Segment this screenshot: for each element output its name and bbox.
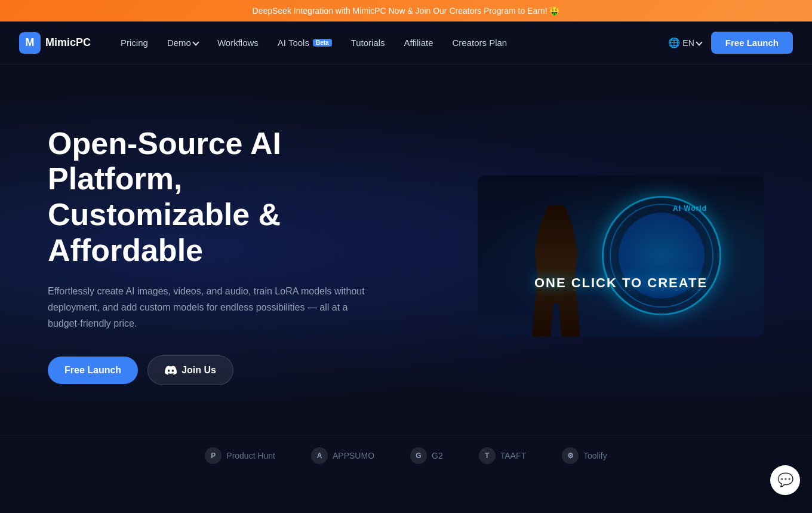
appsumo-label: APPSUMO [333, 451, 374, 460]
navbar: M MimicPC Pricing Demo Workflows AI Tool… [0, 21, 812, 64]
logo-g2: G G2 [410, 447, 443, 464]
portal-text: ONE CLICK TO CREATE [534, 275, 708, 291]
logo-taaft: T TAAFT [479, 447, 526, 464]
beta-badge: Beta [313, 39, 332, 47]
hero-image-container: AI World ONE CLICK TO CREATE [478, 175, 764, 336]
product-hunt-icon: P [205, 447, 222, 464]
nav-links: Pricing Demo Workflows AI Tools Beta Tut… [112, 33, 515, 53]
top-banner: DeepSeek Integration with MimicPC Now & … [0, 0, 812, 21]
nav-link-ai-tools[interactable]: AI Tools Beta [269, 33, 340, 53]
nav-link-pricing[interactable]: Pricing [112, 33, 156, 53]
banner-text: DeepSeek Integration with MimicPC Now & … [253, 6, 560, 16]
partner-logos: P Product Hunt A APPSUMO G G2 T TAAFT ⚙ … [0, 435, 812, 482]
chevron-down-icon [192, 39, 199, 45]
nav-link-tutorials[interactable]: Tutorials [343, 33, 393, 53]
appsumo-icon: A [311, 447, 328, 464]
toolify-icon: ⚙ [562, 447, 579, 464]
figure-body [529, 205, 583, 336]
navbar-left: M MimicPC Pricing Demo Workflows AI Tool… [19, 32, 515, 54]
taaft-label: TAAFT [500, 451, 526, 460]
nav-link-workflows[interactable]: Workflows [209, 33, 267, 53]
discord-icon [165, 364, 177, 376]
logo[interactable]: M MimicPC [19, 32, 91, 54]
toolify-label: Toolify [583, 451, 607, 460]
logo-toolify: ⚙ Toolify [562, 447, 607, 464]
logo-text: MimicPC [45, 36, 91, 49]
logo-icon: M [19, 32, 41, 54]
chat-icon: 💬 [777, 472, 793, 488]
figure-silhouette [529, 205, 583, 336]
logo-appsumo: A APPSUMO [311, 447, 374, 464]
nav-free-launch-button[interactable]: Free Launch [711, 32, 793, 54]
lang-label: EN [682, 38, 694, 48]
globe-icon: 🌐 [668, 37, 680, 48]
chat-widget[interactable]: 💬 [770, 465, 800, 495]
g2-label: G2 [432, 451, 443, 460]
hero-image: AI World ONE CLICK TO CREATE [478, 175, 764, 336]
hero-content: Open-Source AI Platform, Customizable & … [48, 126, 370, 386]
language-selector[interactable]: 🌐 EN [668, 37, 701, 48]
hero-section: Open-Source AI Platform, Customizable & … [0, 64, 812, 435]
hero-join-us-button[interactable]: Join Us [147, 355, 233, 385]
hero-title: Open-Source AI Platform, Customizable & … [48, 126, 370, 269]
g2-icon: G [410, 447, 427, 464]
navbar-right: 🌐 EN Free Launch [668, 32, 793, 54]
nav-link-affiliate[interactable]: Affiliate [396, 33, 442, 53]
hero-subtitle: Effortlessly create AI images, videos, a… [48, 283, 370, 332]
product-hunt-label: Product Hunt [226, 451, 275, 460]
hero-free-launch-button[interactable]: Free Launch [48, 357, 138, 384]
hero-image-inner: AI World ONE CLICK TO CREATE [478, 175, 764, 336]
lang-chevron-icon [696, 39, 702, 45]
nav-link-demo[interactable]: Demo [159, 33, 207, 53]
portal-ring [602, 196, 721, 315]
taaft-icon: T [479, 447, 496, 464]
hero-buttons: Free Launch Join Us [48, 355, 370, 385]
nav-link-creators-plan[interactable]: Creators Plan [444, 33, 515, 53]
logo-product-hunt: P Product Hunt [205, 447, 275, 464]
